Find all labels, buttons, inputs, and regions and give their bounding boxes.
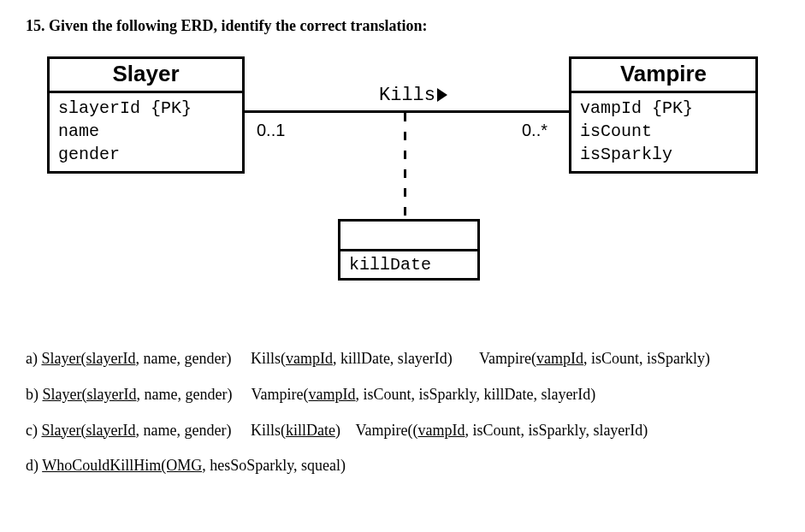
option-d-prefix: d)	[26, 457, 42, 474]
option-c-rel1-r: , name, gender)	[135, 422, 231, 439]
question-number: 15.	[26, 17, 45, 34]
slayer-attr-1: name	[58, 120, 234, 143]
option-c: c) Slayer(slayerId, name, gender) Kills(…	[26, 415, 779, 447]
entity-slayer-attrs: slayerId {PK} name gender	[50, 93, 242, 171]
association-class-attr: killDate	[340, 251, 477, 278]
option-a-prefix: a)	[26, 350, 41, 367]
slayer-attr-2: gender	[58, 143, 234, 166]
question-title: 15. Given the following ERD, identify th…	[26, 17, 779, 35]
option-b-rel2-pre: Vampire(	[252, 386, 309, 403]
association-class-header	[340, 222, 477, 251]
option-a-rel1-r: , name, gender)	[135, 350, 231, 367]
option-c-rel3-u: vampId	[418, 422, 465, 439]
vampire-attr-2: isSparkly	[580, 143, 747, 166]
option-b-rel2-u: vampId	[309, 386, 356, 403]
entity-vampire-title: Vampire	[571, 59, 755, 93]
entity-slayer: Slayer slayerId {PK} name gender	[47, 56, 245, 174]
option-b-rel2-r: , isCount, isSparkly, killDate, slayerId…	[356, 386, 596, 403]
association-class: killDate	[338, 219, 480, 281]
option-a-rel2-r: , killDate, slayerId)	[333, 350, 453, 367]
option-c-rel1-u: Slayer(slayerId	[41, 422, 135, 439]
option-d-rel1-u: WhoCouldKillHim(OMG	[42, 457, 202, 474]
relationship-label-text: Kills	[379, 85, 435, 106]
option-a-rel3-u: vampId	[536, 350, 583, 367]
option-b-rel1-u: Slayer(slayerId	[43, 386, 137, 403]
option-d-rel1-r: , hesSoSparkly, squeal)	[202, 457, 346, 474]
option-c-rel2-r: )	[335, 422, 340, 439]
erd-diagram: Slayer slayerId {PK} name gender Vampire…	[38, 52, 791, 317]
entity-vampire-attrs: vampId {PK} isCount isSparkly	[571, 93, 755, 171]
option-b: b) Slayer(slayerId, name, gender) Vampir…	[26, 379, 779, 411]
multiplicity-left: 0..1	[257, 121, 285, 140]
option-a-rel2-u: vampId	[286, 350, 333, 367]
question-text: Given the following ERD, identify the co…	[49, 17, 428, 34]
option-d: d) WhoCouldKillHim(OMG, hesSoSparkly, sq…	[26, 450, 779, 482]
vampire-attr-0: vampId {PK}	[580, 97, 747, 120]
triangle-right-icon	[437, 88, 447, 102]
option-a-rel3-pre: Vampire(	[479, 350, 536, 367]
relationship-label: Kills	[379, 85, 447, 106]
multiplicity-right: 0..*	[522, 121, 548, 140]
entity-slayer-title: Slayer	[50, 59, 242, 93]
option-a-rel2-pre: Kills(	[251, 350, 286, 367]
answer-options: a) Slayer(slayerId, name, gender) Kills(…	[26, 343, 779, 482]
option-c-rel3-r: , isCount, isSparkly, slayerId)	[465, 422, 648, 439]
option-c-rel3-pre: Vampire((	[356, 422, 418, 439]
vampire-attr-1: isCount	[580, 120, 747, 143]
option-c-rel2-u: killDate	[286, 422, 335, 439]
option-b-rel1-r: , name, gender)	[136, 386, 232, 403]
option-b-prefix: b)	[26, 386, 43, 403]
association-dashed-line	[404, 113, 406, 219]
option-a-rel1-u: Slayer(slayerId	[41, 350, 135, 367]
entity-vampire: Vampire vampId {PK} isCount isSparkly	[569, 56, 758, 174]
slayer-attr-0: slayerId {PK}	[58, 97, 234, 120]
option-a-rel3-r: , isCount, isSparkly)	[583, 350, 710, 367]
option-c-prefix: c)	[26, 422, 41, 439]
option-a: a) Slayer(slayerId, name, gender) Kills(…	[26, 343, 779, 375]
option-c-rel2-pre: Kills(	[251, 422, 286, 439]
